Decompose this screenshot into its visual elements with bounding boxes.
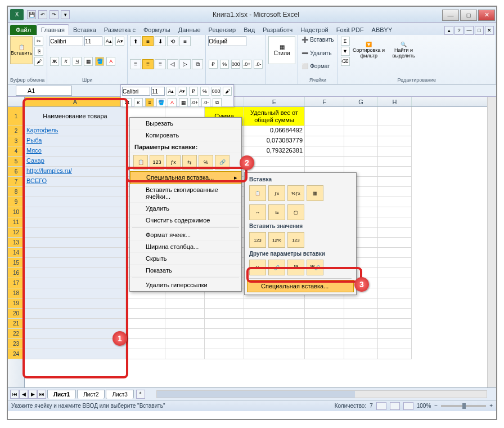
cell-H6[interactable] [378,167,412,177]
cell-G5[interactable] [344,157,378,167]
name-box[interactable] [16,86,72,96]
row-header-13[interactable]: 13 [8,238,24,248]
number-format[interactable] [208,36,246,46]
cell-B19[interactable] [126,298,165,309]
sub-values-1[interactable]: 123 [249,232,266,248]
ctx-special-paste[interactable]: Специальная вставка...▸ [130,171,241,184]
sheet-next[interactable]: ▶ [28,390,37,399]
cell-H13[interactable] [378,238,412,248]
cell-C24[interactable] [165,349,205,359]
cell-G24[interactable] [344,349,378,359]
cell-H15[interactable] [378,258,412,268]
cell-A5[interactable]: Сахар [25,157,126,167]
cell-F2[interactable] [305,126,344,136]
cell-H7[interactable] [378,177,412,187]
cell-A10[interactable] [25,207,126,217]
cell-D20[interactable] [205,309,244,319]
view-layout[interactable] [390,402,400,410]
cell-C19[interactable] [165,298,205,309]
ribbon-minimize[interactable]: ▴ [444,26,453,35]
mt-inc-dec[interactable]: .0+ [190,98,199,107]
cell-A24[interactable] [25,349,126,359]
cell-A8[interactable] [25,187,126,197]
row-header-14[interactable]: 14 [8,248,24,258]
sub-special-paste[interactable]: Специальная вставка... [247,280,354,292]
ctx-remove-links[interactable]: Удалить гиперссылки [130,279,241,291]
ctx-show[interactable]: Показать [130,265,241,277]
tab-addins[interactable]: Надстрой [296,25,332,35]
cell-A20[interactable] [25,309,126,319]
mt-border[interactable]: ▦ [179,98,188,107]
styles-button[interactable]: ▦ Стили [268,36,295,64]
sub-paste-all[interactable]: 📋 [249,185,266,201]
cell-G2[interactable] [344,126,378,136]
new-sheet[interactable]: ＊ [136,390,145,399]
clear[interactable]: ⌫ [341,57,350,66]
cell-B22[interactable] [126,329,165,339]
grow-font[interactable]: A▴ [104,37,113,46]
mt-merge[interactable]: ⧉ [213,98,222,107]
tab-layout[interactable]: Разметка с [100,25,140,35]
underline-button[interactable]: Ч [73,57,82,66]
row-header-5[interactable]: 5 [8,157,24,167]
view-normal[interactable] [376,402,386,410]
ctx-insert-copied[interactable]: Вставить скопированные ячейки... [130,184,241,203]
cell-A21[interactable] [25,319,126,329]
cell-E20[interactable] [244,309,305,319]
sub-other-2[interactable]: 🔗 [268,260,285,275]
cell-H22[interactable] [378,329,412,339]
copy-button[interactable]: ⎘ [34,47,43,56]
mt-shrink[interactable]: A▾ [178,87,187,96]
horizontal-scrollbar[interactable] [156,390,487,398]
row-header-11[interactable]: 11 [8,217,24,228]
cell-D19[interactable] [205,298,244,309]
cell-F20[interactable] [305,309,344,319]
format-painter[interactable]: 🖌 [34,57,43,66]
cell-E21[interactable] [244,319,305,329]
thousands[interactable]: 000 [231,60,240,69]
cell-F23[interactable] [305,339,344,349]
tab-view[interactable]: Вид [240,25,259,35]
row-header-18[interactable]: 18 [8,288,24,298]
row-header-3[interactable]: 3 [8,136,24,146]
cell-E1[interactable]: Удельный вес от общей суммы [244,107,305,126]
cell-G3[interactable] [344,136,378,146]
cell-C22[interactable] [165,329,205,339]
paste-button[interactable]: 📋 Вставить [10,36,33,64]
cell-H2[interactable] [378,126,412,136]
cell-A1[interactable]: Наименование товара [25,107,126,126]
cell-H21[interactable] [378,319,412,329]
sheet-tab-3[interactable]: Лист3 [106,390,133,399]
cell-D24[interactable] [205,349,244,359]
cell-A6[interactable]: http://lumpics.ru/ [25,167,126,177]
cell-A12[interactable] [25,228,126,238]
tab-foxit[interactable]: Foxit PDF [332,25,368,35]
cell-H1[interactable] [378,107,412,126]
mt-thousands[interactable]: 000 [212,87,220,96]
maximize-button[interactable]: □ [460,10,477,21]
tab-developer[interactable]: Разработч [259,25,296,35]
zoom-slider[interactable] [441,405,486,407]
align-right[interactable]: ≡ [155,59,166,69]
ctx-copy[interactable]: Копировать [130,130,241,141]
cell-C23[interactable] [165,339,205,349]
vertical-scrollbar[interactable] [487,97,496,387]
cell-H17[interactable] [378,278,412,288]
cell-D23[interactable] [205,339,244,349]
row-header-22[interactable]: 22 [8,329,24,339]
cell-E24[interactable] [244,349,305,359]
cell-H8[interactable] [378,187,412,197]
mt-italic[interactable]: К [134,98,143,107]
cell-H12[interactable] [378,228,412,238]
row-header-10[interactable]: 10 [8,207,24,217]
autosum[interactable]: Σ [341,37,350,46]
row-header-6[interactable]: 6 [8,167,24,177]
row-header-23[interactable]: 23 [8,339,24,349]
align-bottom[interactable]: ⬇ [155,36,166,46]
row-header-20[interactable]: 20 [8,309,24,319]
qat-save[interactable]: 💾 [27,10,36,19]
cell-H20[interactable] [378,309,412,319]
border-button[interactable]: ▦ [84,57,93,66]
col-header-F[interactable]: F [305,97,344,106]
tab-home[interactable]: Главная [37,24,69,35]
